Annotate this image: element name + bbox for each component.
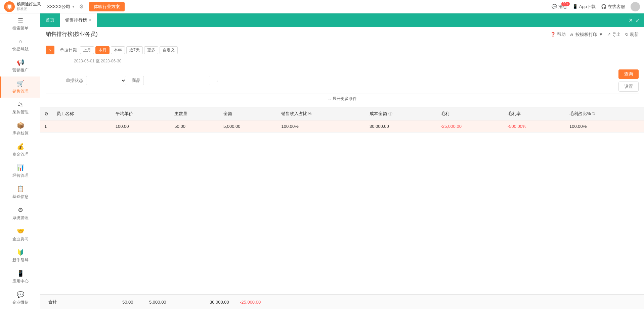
sidebar-item-operation[interactable]: 📊 经营管理 (0, 161, 40, 182)
th-avg-price: 平均单价 (112, 107, 171, 120)
filter-row: › 单据日期 上月 本月 本年 近7天 更多 自定义 (46, 46, 639, 92)
date-btn-custom[interactable]: 自定义 (160, 46, 178, 54)
date-buttons: 上月 本月 本年 近7天 更多 自定义 (80, 46, 178, 54)
footer-avg-price (91, 301, 118, 303)
help-label: 帮助 (557, 32, 566, 38)
guide-icon: 🔰 (17, 249, 24, 256)
goods-label: 商品 (132, 78, 140, 84)
sidebar-item-sales[interactable]: 🛒 销售管理 (0, 76, 40, 98)
table-header-row: ⚙ 员工名称 平均单价 主数量 (40, 107, 644, 120)
tab-sales-ranking[interactable]: 销售排行榜 × (60, 13, 97, 27)
sidebar-label: 搜索菜单 (12, 25, 29, 31)
company-selector[interactable]: XXXXX公司 ▼ (47, 4, 75, 10)
finance-icon: 💰 (17, 143, 24, 150)
service-label: 在线客服 (608, 4, 625, 10)
cell-gross: -25,000.00 (437, 120, 504, 133)
sidebar-label: 企业协同 (12, 236, 29, 242)
cost-info-icon[interactable]: ⓘ (388, 111, 392, 116)
main-layout: ☰ 搜索菜单 ⌂ 快捷导航 📢 营销推广 🛒 销售管理 🛍 采购管理 📦 库存核… (0, 13, 644, 309)
sidebar-label: 资金管理 (12, 152, 29, 157)
th-amount: 全额 (219, 107, 277, 120)
sidebar-item-purchase[interactable]: 🛍 采购管理 (0, 98, 40, 118)
expand-icon: ⌄ (328, 97, 331, 101)
topbar-settings-icon[interactable]: ⚙ (79, 3, 84, 10)
date-label: 单据日期 (60, 47, 77, 53)
chevron-icon: › (49, 47, 51, 53)
sidebar-item-quicknav[interactable]: ⌂ 快捷导航 (0, 35, 40, 55)
close-window-icon[interactable]: ✕ (629, 17, 633, 23)
sidebar-item-enterprise[interactable]: 🤝 企业协同 (0, 224, 40, 245)
print-btn[interactable]: 🖨 按模板打印 ▼ (570, 32, 603, 38)
expand-conditions-btn[interactable]: ⌄ 展开更多条件 (328, 96, 357, 102)
sidebar-item-inventory[interactable]: 📦 库存核算 (0, 118, 40, 140)
tabbar-right: ✕ ⤢ (629, 17, 644, 23)
date-btn-this-month[interactable]: 本月 (95, 46, 110, 54)
sidebar-label: 经营管理 (12, 173, 29, 178)
print-icon: 🖨 (570, 32, 574, 37)
sales-icon: 🛒 (17, 80, 24, 87)
tab-close-icon[interactable]: × (89, 18, 91, 22)
help-btn[interactable]: ❓ 帮助 (550, 32, 566, 38)
marketing-icon: 📢 (17, 59, 24, 66)
logo-sub: 标准版 (17, 7, 41, 11)
sidebar-item-finance[interactable]: 💰 资金管理 (0, 140, 40, 161)
date-btn-more[interactable]: 更多 (144, 46, 158, 54)
search-menu-icon: ☰ (18, 17, 23, 24)
date-btn-last-month[interactable]: 上月 (80, 46, 94, 54)
topbar: 畅康通好生意 标准版 XXXXX公司 ▼ ⚙ 体验行业方案 💬 消息 99+ 📱… (0, 0, 644, 13)
logo-text: 畅康通好生意 (17, 2, 41, 7)
message-btn[interactable]: 💬 消息 99+ (552, 4, 567, 10)
footer-sales-pct (175, 301, 206, 303)
sidebar-label: 销售管理 (12, 89, 29, 94)
table-body: 1 100.00 50.00 (40, 120, 644, 133)
date-filter: 单据日期 上月 本月 本年 近7天 更多 自定义 (60, 46, 178, 54)
export-btn[interactable]: ↗ 导出 (607, 32, 621, 38)
th-gross: 毛利 (437, 107, 504, 120)
sidebar-item-baseinfo[interactable]: 📋 基础信息 (0, 182, 40, 203)
grosspct-sort-icon[interactable]: ⇅ (592, 111, 595, 116)
filter-bar: › 单据日期 上月 本月 本年 近7天 更多 自定义 (40, 42, 644, 107)
sidebar-item-marketing[interactable]: 📢 营销推广 (0, 55, 40, 76)
column-settings-icon[interactable]: ⚙ (44, 111, 48, 116)
sidebar-label: 企业微信 (12, 300, 29, 305)
filter-collapse-btn[interactable]: › (46, 46, 54, 54)
th-cost: 成本全额 ⓘ (366, 107, 437, 120)
wechat-icon: 💬 (17, 291, 24, 298)
enterprise-icon: 🤝 (17, 227, 24, 235)
restore-icon[interactable]: ⤢ (636, 17, 640, 23)
sidebar-item-guide[interactable]: 🔰 新手引导 (0, 245, 40, 266)
footer-amount: 5,000.00 (145, 298, 175, 306)
th-settings[interactable]: ⚙ (40, 107, 52, 120)
sidebar-label: 新手引导 (12, 257, 29, 263)
th-gross-rate: 毛利率 (504, 107, 565, 120)
sidebar-label: 快捷导航 (12, 46, 29, 52)
query-btn[interactable]: 查询 (618, 69, 639, 79)
sidebar-item-wechat[interactable]: 💬 企业微信 (0, 288, 40, 309)
sidebar-item-appcenter[interactable]: 📱 应用中心 (0, 266, 40, 288)
question-icon: ❓ (550, 32, 556, 37)
sidebar-item-search[interactable]: ☰ 搜索菜单 (0, 13, 40, 35)
expand-label: 展开更多条件 (333, 96, 357, 102)
query-settings-panel: 查询 设置 (618, 69, 639, 92)
sidebar-item-system[interactable]: ⚙ 系统管理 (0, 203, 40, 224)
goods-filter: 商品 ··· (132, 76, 218, 85)
refresh-btn[interactable]: ↻ 刷新 (625, 32, 639, 38)
online-service-btn[interactable]: 🎧 在线客服 (601, 4, 625, 10)
sidebar-label: 应用中心 (12, 278, 29, 284)
data-table: ⚙ 员工名称 平均单价 主数量 (40, 107, 644, 133)
date-btn-7days[interactable]: 近7天 (126, 46, 143, 54)
table-container: ⚙ 员工名称 平均单价 主数量 (40, 107, 644, 294)
date-btn-this-year[interactable]: 本年 (111, 46, 125, 54)
goods-input[interactable] (143, 76, 210, 85)
tab-home[interactable]: 首页 (40, 13, 60, 27)
app-download-btn[interactable]: 📱 App下载 (572, 4, 596, 10)
industry-btn[interactable]: 体验行业方案 (89, 2, 125, 11)
footer-name (65, 301, 91, 303)
filter-settings-btn[interactable]: 设置 (618, 82, 639, 92)
goods-more-icon[interactable]: ··· (214, 78, 218, 83)
topbar-right: 💬 消息 99+ 📱 App下载 🎧 在线客服 (552, 2, 640, 11)
status-select[interactable] (86, 76, 126, 85)
user-avatar[interactable] (631, 2, 640, 11)
cell-quantity: 50.00 (170, 120, 219, 133)
table-header: ⚙ 员工名称 平均单价 主数量 (40, 107, 644, 120)
